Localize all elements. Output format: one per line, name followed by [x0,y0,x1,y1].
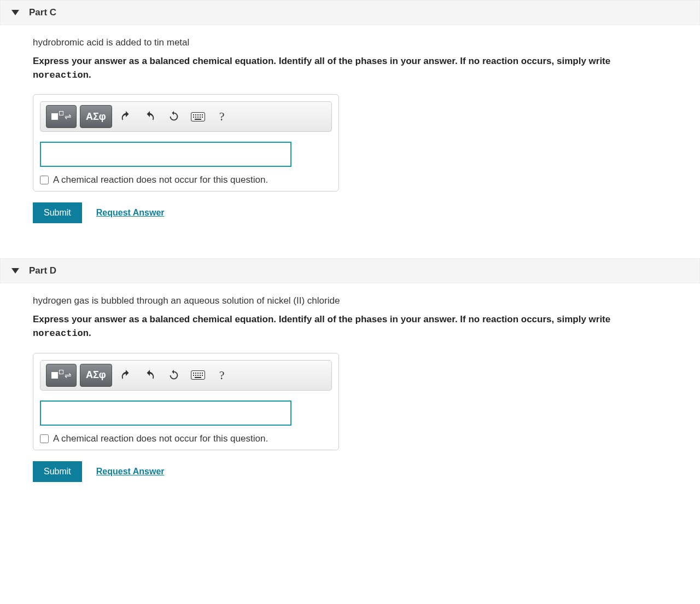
redo-icon [144,111,156,123]
redo-button[interactable] [139,105,160,128]
equation-templates-button[interactable]: ⇌ [46,364,77,387]
part-d-actions: Submit Request Answer [33,461,667,482]
part-d-instructions: Express your answer as a balanced chemic… [33,313,667,340]
part-d-editor: ⇌ ΑΣφ ? A chemical [33,353,339,450]
part-c-instructions: Express your answer as a balanced chemic… [33,55,667,82]
undo-button[interactable] [115,364,136,387]
noreaction-label: A chemical reaction does not occur for t… [53,433,268,444]
part-d-submit-button[interactable]: Submit [33,461,82,482]
instructions-code: noreaction [33,70,89,80]
reset-icon [168,111,180,123]
part-d-body: hydrogen gas is bubbled through an aqueo… [0,283,700,497]
part-c-answer-input[interactable] [40,142,291,167]
part-c-toolbar: ⇌ ΑΣφ ? [40,101,332,132]
undo-icon [120,369,132,381]
help-icon: ? [219,109,225,124]
part-d-title: Part D [29,265,56,276]
part-c-header[interactable]: Part C [0,0,700,25]
keyboard-icon [191,370,205,380]
part-c-body: hydrobromic acid is added to tin metal E… [0,25,700,239]
part-d-answer-input[interactable] [40,400,291,426]
keyboard-icon [191,112,205,121]
equation-templates-button[interactable]: ⇌ [46,105,77,128]
redo-icon [144,369,156,381]
part-c-actions: Submit Request Answer [33,202,667,223]
keyboard-button[interactable] [188,105,208,128]
redo-button[interactable] [139,364,160,387]
help-button[interactable]: ? [212,105,232,128]
greek-symbols-button[interactable]: ΑΣφ [80,105,112,128]
instructions-prefix: Express your answer as a balanced chemic… [33,56,610,66]
instructions-suffix: . [89,328,91,338]
part-d-prompt: hydrogen gas is bubbled through an aqueo… [33,295,667,306]
part-d-header[interactable]: Part D [0,258,700,283]
part-c-noreaction-row[interactable]: A chemical reaction does not occur for t… [40,175,332,185]
part-c-submit-button[interactable]: Submit [33,202,82,223]
greek-label: ΑΣφ [86,111,106,123]
part-c-noreaction-checkbox[interactable] [40,176,49,184]
instructions-suffix: . [89,69,91,80]
noreaction-label: A chemical reaction does not occur for t… [53,175,268,185]
part-d-noreaction-row[interactable]: A chemical reaction does not occur for t… [40,433,332,444]
part-c-title: Part C [29,7,56,18]
keyboard-button[interactable] [188,364,208,387]
part-d-noreaction-checkbox[interactable] [40,434,49,443]
part-c-request-answer-link[interactable]: Request Answer [96,208,165,218]
part-d-request-answer-link[interactable]: Request Answer [96,467,165,477]
greek-symbols-button[interactable]: ΑΣφ [80,364,112,387]
reset-button[interactable] [164,105,184,128]
collapse-icon [11,10,19,15]
part-d-toolbar: ⇌ ΑΣφ ? [40,360,332,391]
reset-button[interactable] [164,364,184,387]
collapse-icon [11,268,19,274]
instructions-prefix: Express your answer as a balanced chemic… [33,314,610,324]
help-icon: ? [219,368,225,382]
reset-icon [168,369,180,381]
part-c-prompt: hydrobromic acid is added to tin metal [33,37,667,48]
undo-icon [120,111,132,123]
undo-button[interactable] [115,105,136,128]
greek-label: ΑΣφ [86,369,106,381]
part-c-editor: ⇌ ΑΣφ ? A chemical [33,94,339,191]
instructions-code: noreaction [33,328,89,339]
help-button[interactable]: ? [212,364,232,387]
